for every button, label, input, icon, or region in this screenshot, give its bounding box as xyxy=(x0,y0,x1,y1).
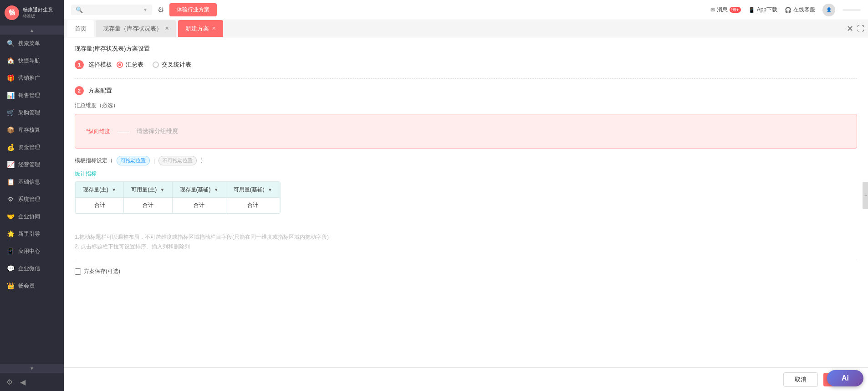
gear-sidebar-icon: ⚙ xyxy=(6,195,15,203)
ai-float-button[interactable]: Ai xyxy=(827,370,863,386)
search-topbar-icon: 🔍 xyxy=(76,6,83,13)
ai-label: Ai xyxy=(842,374,849,382)
avatar[interactable]: 👤 xyxy=(822,4,835,16)
tab-home[interactable]: 首页 xyxy=(67,20,94,37)
right-resize-handle[interactable]: ⋮ xyxy=(863,182,868,209)
logo-icon: 畅 xyxy=(5,5,19,20)
close-panel-icon[interactable]: ✕ xyxy=(847,24,853,34)
section2-title: 方案配置 xyxy=(88,87,112,95)
section1-num: 1 xyxy=(75,60,84,69)
sidebar-search-label: 搜索菜单 xyxy=(18,40,40,47)
sidebar-item-business[interactable]: 📈 经营管理 xyxy=(0,156,64,173)
service-label: 在线客服 xyxy=(793,6,815,14)
chevron-col4-icon: ▼ xyxy=(268,187,272,192)
chevron-col3-icon: ▼ xyxy=(214,187,219,192)
wechat-icon: 💬 xyxy=(6,264,15,273)
trend-icon: 📈 xyxy=(6,160,15,169)
sidebar-purchase-label: 采购管理 xyxy=(18,109,40,117)
tab-new-plan-close-icon[interactable]: ✕ xyxy=(212,26,216,31)
search-input[interactable] xyxy=(86,7,140,13)
stats-col1-label: 现存量(主) xyxy=(83,186,108,193)
topbar-right: ✉ 消息 99+ 📱 App下载 🎧 在线客服 👤 xyxy=(710,4,861,16)
gear-icon[interactable]: ⚙ xyxy=(158,5,164,14)
metrics-sep: | xyxy=(153,158,155,164)
topbar: 🔍 ▼ ⚙ 体验行业方案 ✉ 消息 99+ 📱 App下载 🎧 在线客服 👤 xyxy=(64,0,868,20)
sidebar-item-appstore[interactable]: 📱 应用中心 xyxy=(0,242,64,260)
stats-col2-label: 可用量(主) xyxy=(131,186,157,193)
scroll-up-arrow[interactable]: ▲ xyxy=(0,26,64,35)
search-area[interactable]: 🔍 ▼ xyxy=(71,5,152,15)
dimension-placeholder: 请选择分组维度 xyxy=(137,127,178,135)
logo-badge: 标准版 xyxy=(23,13,53,19)
sidebar-basic-label: 基础信息 xyxy=(18,178,40,186)
app-download-button[interactable]: 📱 App下载 xyxy=(748,6,777,14)
stats-col-1[interactable]: 现存量(主) ▼ xyxy=(76,182,124,198)
tab-inventory-close-icon[interactable]: ✕ xyxy=(165,26,169,31)
dimension-box[interactable]: *纵向维度 —— 请选择分组维度 xyxy=(75,114,857,149)
stats-table: 现存量(主) ▼ 可用量(主) ▼ 现存量(基辅) xyxy=(75,181,281,214)
sidebar-item-search[interactable]: 🔍 搜索菜单 xyxy=(0,35,64,52)
save-option: 方案保存(可选) xyxy=(75,260,857,283)
sidebar-marketing-label: 营销推广 xyxy=(18,74,40,82)
sidebar-item-wechat[interactable]: 💬 企业微信 xyxy=(0,260,64,277)
section1-title: 选择模板 xyxy=(88,61,112,69)
stats-col-3[interactable]: 现存量(基辅) ▼ xyxy=(172,182,226,198)
stats-col-2[interactable]: 可用量(主) ▼ xyxy=(124,182,172,198)
sidebar-item-finance[interactable]: 💰 资金管理 xyxy=(0,139,64,156)
sidebar-appstore-label: 应用中心 xyxy=(18,247,40,255)
tip2: 2. 点击标题栏下拉可设置排序、插入列和删除列 xyxy=(75,243,857,251)
save-checkbox[interactable] xyxy=(75,268,81,275)
settings-icon[interactable]: ⚙ xyxy=(6,378,13,386)
dimension-dash: —— xyxy=(117,128,129,135)
logo-app-name: 畅康通好生意 xyxy=(23,6,53,13)
stats-header-row: 现存量(主) ▼ 可用量(主) ▼ 现存量(基辅) xyxy=(76,182,280,198)
sidebar-item-newbie[interactable]: 🌟 新手引导 xyxy=(0,225,64,242)
scroll-down-arrow[interactable]: ▼ xyxy=(0,364,64,373)
trial-button[interactable]: 体验行业方案 xyxy=(169,3,217,16)
message-button[interactable]: ✉ 消息 99+ xyxy=(710,6,741,14)
message-badge: 99+ xyxy=(730,7,741,13)
metrics-close-paren: ） xyxy=(200,157,206,165)
radio-cross-table[interactable]: 交叉统计表 xyxy=(153,61,191,69)
message-icon: ✉ xyxy=(710,7,715,13)
sidebar-item-sales[interactable]: 📊 销售管理 xyxy=(0,87,64,104)
tab-inventory[interactable]: 现存量（库存状况表） ✕ xyxy=(96,20,176,37)
sidebar-item-marketing[interactable]: 🎁 营销推广 xyxy=(0,69,64,87)
sidebar-item-purchase[interactable]: 🛒 采购管理 xyxy=(0,104,64,121)
sidebar-item-vip[interactable]: 👑 畅会员 xyxy=(0,277,64,294)
stats-cell-2: 合计 xyxy=(124,198,172,213)
sidebar-item-system[interactable]: ⚙ 系统管理 xyxy=(0,190,64,208)
content-area: 现存量(库存状况表)方案设置 1 选择模板 汇总表 交叉统计表 xyxy=(64,37,868,367)
expand-panel-icon[interactable]: ⛶ xyxy=(857,25,864,33)
home-icon: 🏠 xyxy=(6,57,15,65)
collapse-icon[interactable]: ◀ xyxy=(20,378,26,386)
tabbar: 首页 现存量（库存状况表） ✕ 新建方案 ✕ ✕ ⛶ xyxy=(64,20,868,37)
mobile-icon: 📱 xyxy=(6,247,15,255)
username-label[interactable] xyxy=(842,9,861,11)
section2-num: 2 xyxy=(75,86,84,95)
sidebar-item-corp[interactable]: 🤝 企业协同 xyxy=(0,208,64,225)
sidebar-item-basic[interactable]: 📋 基础信息 xyxy=(0,173,64,190)
phone-icon: 📱 xyxy=(748,7,755,13)
radio-summary-table[interactable]: 汇总表 xyxy=(117,61,143,69)
tab-new-plan[interactable]: 新建方案 ✕ xyxy=(178,20,223,37)
stats-title: 统计指标 xyxy=(75,170,857,178)
star-icon: 🌟 xyxy=(6,230,15,238)
sidebar-system-label: 系统管理 xyxy=(18,196,40,203)
cart-icon: 🛒 xyxy=(6,108,15,117)
dimension-required-label: 汇总维度（必选） xyxy=(75,102,857,109)
money-icon: 💰 xyxy=(6,143,15,151)
service-button[interactable]: 🎧 在线客服 xyxy=(785,6,815,14)
sidebar-vip-label: 畅会员 xyxy=(18,282,35,290)
sidebar-corp-label: 企业协同 xyxy=(18,213,40,221)
sidebar-item-quicknav[interactable]: 🏠 快捷导航 xyxy=(0,52,64,69)
metrics-label: 模板指标设定（ 可拖动位置 | 不可拖动位置 ） xyxy=(75,156,857,165)
stats-section: 统计指标 现存量(主) ▼ 可用量(主) xyxy=(75,170,857,215)
stats-col-4[interactable]: 可用量(基辅) ▼ xyxy=(226,182,280,198)
sidebar-sales-label: 销售管理 xyxy=(18,92,40,99)
crown-icon: 👑 xyxy=(6,282,15,290)
handshake-icon: 🤝 xyxy=(6,212,15,221)
cancel-button[interactable]: 取消 xyxy=(783,372,818,387)
page-title: 现存量(库存状况表)方案设置 xyxy=(75,45,857,53)
sidebar-item-inventory[interactable]: 📦 库存核算 xyxy=(0,121,64,139)
